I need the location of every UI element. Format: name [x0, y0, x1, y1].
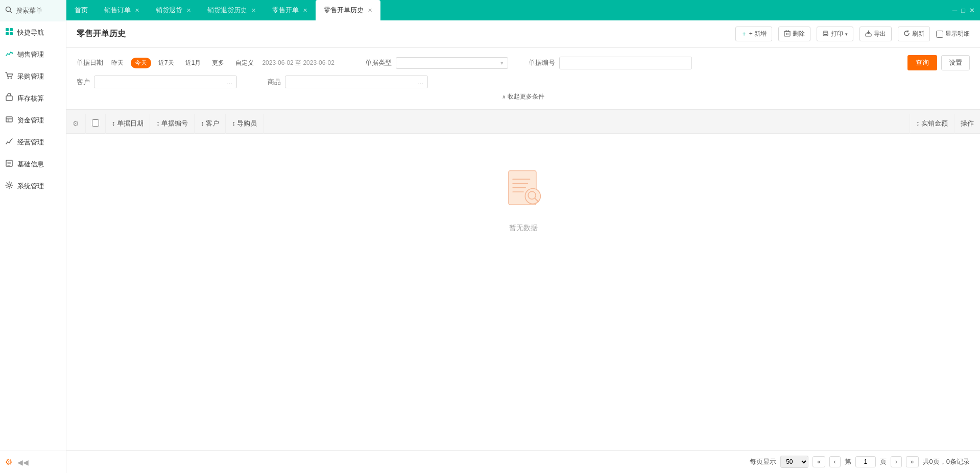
tab-retail-open-history[interactable]: 零售开单历史 ✕	[316, 0, 380, 20]
collapse-button[interactable]: ∧ 收起更多条件	[77, 90, 970, 105]
th-actual-amount-label: ↕ 实销金额	[916, 119, 948, 127]
th-doc-no-label: ↕ 单据编号	[156, 119, 188, 127]
show-detail-input[interactable]	[936, 31, 943, 38]
date-opt-more[interactable]: 更多	[208, 58, 228, 68]
date-opt-last1month[interactable]: 近1月	[181, 58, 205, 68]
query-button[interactable]: 查询	[907, 55, 937, 70]
customer-dots: ...	[227, 78, 232, 86]
tabs-bar-right: ─ □ ✕	[952, 7, 980, 14]
svg-rect-4	[6, 32, 9, 35]
customer-select[interactable]: ...	[94, 76, 237, 88]
tab-close-icon[interactable]: ✕	[368, 7, 372, 14]
sidebar-item-inventory[interactable]: 库存核算	[0, 87, 66, 109]
date-opt-custom[interactable]: 自定义	[231, 58, 258, 68]
date-opt-today[interactable]: 今天	[131, 58, 151, 68]
empty-illustration	[498, 164, 549, 215]
window-close-btn[interactable]: ✕	[969, 7, 975, 14]
product-select[interactable]: ...	[285, 76, 428, 88]
current-page-input[interactable]	[855, 456, 876, 467]
window-minimize-btn[interactable]: ─	[952, 7, 957, 14]
th-doc-date-label: ↕ 单据日期	[112, 119, 144, 127]
search-icon	[5, 6, 13, 15]
page-header: 零售开单历史 ＋ + 新增 删除 打印 ▾	[66, 20, 980, 48]
th-operation: 操作	[954, 114, 981, 134]
sidebar-search[interactable]: 搜索菜单	[0, 0, 66, 21]
refresh-label: 刷新	[912, 30, 924, 38]
empty-state: 暂无数据	[66, 134, 980, 263]
filter-row-1: 单据日期 昨天 今天 近7天 近1月 更多 自定义 2023-06-02 至 2…	[77, 55, 970, 70]
export-button[interactable]: 导出	[859, 27, 892, 41]
sidebar: 搜索菜单 快捷导航 销售管理 采购管理 库存核算 资金管理 经营	[0, 0, 66, 473]
sidebar-item-label: 库存核算	[17, 94, 44, 103]
collapse-icon: ∧	[502, 94, 506, 99]
first-page-button[interactable]: «	[812, 456, 825, 467]
filter-row-2: 客户 ... 商品 ...	[77, 76, 970, 88]
doc-type-select[interactable]: ▾	[396, 57, 508, 69]
tab-close-icon[interactable]: ✕	[303, 7, 307, 14]
th-salesperson[interactable]: ↕ 导购员	[226, 114, 264, 134]
last-page-button[interactable]: »	[906, 456, 919, 467]
th-customer[interactable]: ↕ 客户	[195, 114, 226, 134]
sidebar-item-operations[interactable]: 经营管理	[0, 131, 66, 153]
tab-close-icon[interactable]: ✕	[135, 7, 139, 14]
tab-close-icon[interactable]: ✕	[251, 7, 256, 14]
th-checkbox[interactable]	[86, 114, 106, 134]
sidebar-item-basic-info[interactable]: 基础信息	[0, 153, 66, 175]
tab-sales-return-history[interactable]: 销货退货历史 ✕	[199, 0, 264, 20]
gear-icon: ⚙	[73, 119, 79, 128]
finance-icon	[5, 115, 13, 125]
sidebar-collapse-icon[interactable]: ◀◀	[17, 458, 29, 466]
tab-close-icon[interactable]: ✕	[186, 7, 191, 14]
pagination: 每页显示 50 20 100 « ‹ 第 页 › » 共0页，0条记录	[66, 450, 980, 473]
th-doc-no[interactable]: ↕ 单据编号	[150, 114, 195, 134]
export-icon	[865, 30, 872, 38]
tab-retail-open[interactable]: 零售开单 ✕	[264, 0, 316, 20]
doc-type-label: 单据类型	[365, 58, 392, 67]
sidebar-item-sales-mgmt[interactable]: 销售管理	[0, 43, 66, 65]
page-label: 第	[845, 457, 851, 466]
per-page-select[interactable]: 50 20 100	[780, 456, 808, 468]
add-label: + 新增	[749, 30, 767, 38]
tab-sales-return[interactable]: 销货退货 ✕	[148, 0, 199, 20]
sidebar-item-label: 系统管理	[17, 182, 44, 191]
svg-rect-2	[6, 28, 9, 31]
sales-mgmt-icon	[5, 49, 13, 59]
query-actions: 查询 设置	[907, 55, 970, 70]
show-detail-checkbox[interactable]: 显示明细	[936, 30, 970, 38]
tab-retail-open-history-label: 零售开单历史	[324, 6, 364, 15]
tab-sales-return-label: 销货退货	[156, 6, 182, 15]
date-opt-last7[interactable]: 近7天	[154, 58, 178, 68]
tab-home[interactable]: 首页	[66, 0, 96, 20]
date-opt-yesterday[interactable]: 昨天	[107, 58, 128, 68]
th-doc-date[interactable]: ↕ 单据日期	[106, 114, 150, 134]
next-page-button[interactable]: ›	[891, 456, 902, 467]
refresh-button[interactable]: 刷新	[898, 27, 930, 41]
th-gear[interactable]: ⚙	[66, 114, 86, 134]
window-maximize-btn[interactable]: □	[961, 7, 965, 14]
svg-point-12	[8, 184, 11, 187]
basic-info-icon	[5, 159, 13, 169]
tab-sales-order[interactable]: 销售订单 ✕	[96, 0, 148, 20]
add-button[interactable]: ＋ + 新增	[735, 27, 772, 41]
settings-bottom-icon[interactable]: ⚙	[5, 457, 12, 467]
export-label: 导出	[874, 30, 886, 38]
show-detail-label-text: 显示明细	[945, 30, 970, 38]
sidebar-item-quick-nav[interactable]: 快捷导航	[0, 21, 66, 43]
sidebar-item-sys-mgmt[interactable]: 系统管理	[0, 175, 66, 197]
th-actual-amount[interactable]: ↕ 实销金额	[910, 114, 954, 134]
sidebar-item-label: 基础信息	[17, 160, 44, 169]
delete-button[interactable]: 删除	[778, 27, 810, 41]
page-actions: ＋ + 新增 删除 打印 ▾	[735, 27, 970, 41]
sidebar-item-finance[interactable]: 资金管理	[0, 109, 66, 131]
sidebar-bottom: ⚙ ◀◀	[0, 451, 66, 473]
sidebar-item-purchase-mgmt[interactable]: 采购管理	[0, 65, 66, 87]
doc-no-input[interactable]	[559, 57, 692, 69]
filter-settings-button[interactable]: 设置	[941, 55, 970, 70]
prev-page-button[interactable]: ‹	[829, 456, 841, 467]
select-all-checkbox[interactable]	[92, 119, 99, 127]
print-button[interactable]: 打印 ▾	[817, 27, 853, 41]
svg-rect-5	[10, 32, 13, 35]
quick-nav-icon	[5, 28, 13, 37]
delete-label: 删除	[793, 30, 805, 38]
page-title: 零售开单历史	[77, 29, 126, 39]
